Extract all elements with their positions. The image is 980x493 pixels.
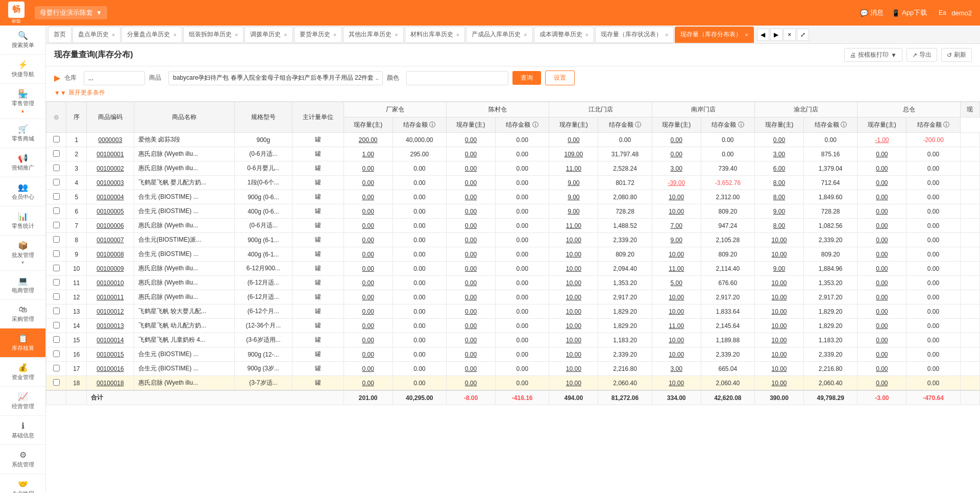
close-icon[interactable]: × [665, 32, 668, 38]
row-nanan-stock[interactable]: 5.00 [652, 276, 701, 290]
row-checkbox[interactable] [53, 308, 60, 314]
user-avatar[interactable]: Ea demo2 [935, 6, 972, 20]
row-jiangbei-stock[interactable]: 10.00 [549, 376, 598, 391]
row-chen-stock[interactable]: 0.00 [447, 276, 496, 290]
row-yubei-stock[interactable]: 3.00 [755, 147, 804, 161]
row-checkbox[interactable] [53, 150, 60, 157]
sidebar-item-basic[interactable]: ℹ 基础信息 [0, 416, 45, 445]
row-select[interactable] [46, 190, 66, 204]
row-code[interactable]: 00100011 [87, 290, 134, 304]
row-jiangbei-stock[interactable]: 9.00 [549, 204, 598, 219]
row-nanan-stock[interactable]: 10.00 [652, 190, 701, 204]
row-select[interactable] [46, 219, 66, 233]
row-total-stock[interactable]: 0.00 [857, 147, 906, 161]
row-nanan-stock[interactable]: 10.00 [652, 347, 701, 362]
gear-icon[interactable]: ⚙ [54, 114, 59, 121]
row-select[interactable] [46, 204, 66, 219]
tab-prev-btn[interactable]: ◀ [757, 29, 769, 41]
row-code[interactable]: 00100004 [87, 190, 134, 204]
row-code[interactable]: 0000003 [87, 133, 134, 147]
sidebar-item-search[interactable]: 🔍 搜索英单 [0, 26, 45, 55]
row-yubei-stock[interactable]: 8.00 [755, 190, 804, 204]
row-jiangbei-stock[interactable]: 10.00 [549, 362, 598, 376]
tab-stock-dist[interactable]: 现存量（库存分布表） × [675, 27, 753, 43]
row-factory-stock[interactable]: 1.00 [344, 147, 393, 161]
row-nanan-stock[interactable]: -39.00 [652, 176, 701, 190]
app-selector[interactable]: 母婴行业演示陈套 ▼ [35, 6, 107, 19]
close-icon[interactable]: × [395, 32, 398, 38]
close-icon[interactable]: × [173, 32, 176, 38]
row-chen-stock[interactable]: 0.00 [447, 233, 496, 247]
row-code[interactable]: 00100013 [87, 319, 134, 333]
row-chen-stock[interactable]: 0.00 [447, 176, 496, 190]
row-chen-stock[interactable]: 0.00 [447, 133, 496, 147]
row-total-stock[interactable]: 0.00 [857, 262, 906, 276]
row-total-stock[interactable]: 0.00 [857, 247, 906, 262]
row-yubei-stock[interactable]: 10.00 [755, 376, 804, 391]
row-code[interactable]: 00100001 [87, 147, 134, 161]
query-btn[interactable]: 查询 [512, 71, 541, 85]
row-select[interactable] [46, 133, 66, 147]
row-select[interactable] [46, 233, 66, 247]
tab-home[interactable]: 首页 [48, 27, 71, 43]
row-chen-stock[interactable]: 0.00 [447, 262, 496, 276]
row-chen-stock[interactable]: 0.00 [447, 204, 496, 219]
row-checkbox[interactable] [53, 207, 60, 214]
row-yubei-stock[interactable]: 0.00 [755, 133, 804, 147]
row-select[interactable] [46, 147, 66, 161]
tab-cost-adjust[interactable]: 成本调整单历史 × [534, 27, 594, 43]
row-yubei-stock[interactable]: 10.00 [755, 290, 804, 304]
row-jiangbei-stock[interactable]: 10.00 [549, 247, 598, 262]
row-chen-stock[interactable]: 0.00 [447, 304, 496, 319]
row-checkbox[interactable] [53, 350, 60, 357]
row-select[interactable] [46, 376, 66, 391]
row-code[interactable]: 00100008 [87, 247, 134, 262]
row-total-stock[interactable]: 0.00 [857, 362, 906, 376]
close-icon[interactable]: × [284, 32, 287, 38]
row-nanan-stock[interactable]: 3.00 [652, 161, 701, 176]
row-nanan-stock[interactable]: 10.00 [652, 204, 701, 219]
row-chen-stock[interactable]: 0.00 [447, 333, 496, 347]
row-jiangbei-stock[interactable]: 9.00 [549, 176, 598, 190]
row-yubei-stock[interactable]: 10.00 [755, 362, 804, 376]
row-nanan-stock[interactable]: 10.00 [652, 304, 701, 319]
row-factory-stock[interactable]: 0.00 [344, 176, 393, 190]
row-factory-stock[interactable]: 0.00 [344, 333, 393, 347]
row-nanan-stock[interactable]: 10.00 [652, 376, 701, 391]
row-checkbox[interactable] [53, 322, 60, 328]
close-icon[interactable]: × [524, 32, 527, 38]
row-factory-stock[interactable]: 0.00 [344, 276, 393, 290]
close-icon[interactable]: × [745, 32, 748, 38]
row-select[interactable] [46, 262, 66, 276]
row-yubei-stock[interactable]: 10.00 [755, 247, 804, 262]
sidebar-item-nav[interactable]: ⚡ 快捷导航 [0, 55, 45, 84]
row-chen-stock[interactable]: 0.00 [447, 161, 496, 176]
row-chen-stock[interactable]: 0.00 [447, 376, 496, 391]
tab-order[interactable]: 要货单历史 × [294, 27, 342, 43]
tab-assembly[interactable]: 组装拆卸单历史 × [183, 27, 243, 43]
row-jiangbei-stock[interactable]: 10.00 [549, 290, 598, 304]
row-total-stock[interactable]: -1.00 [857, 133, 906, 147]
row-jiangbei-stock[interactable]: 10.00 [549, 347, 598, 362]
sidebar-item-mall[interactable]: 🛒 零售商城 [0, 119, 45, 148]
row-code[interactable]: 00100006 [87, 219, 134, 233]
row-nanan-stock[interactable]: 0.00 [652, 133, 701, 147]
export-btn[interactable]: ↗ 导出 [906, 48, 937, 62]
row-code[interactable]: 00100015 [87, 347, 134, 362]
row-select[interactable] [46, 161, 66, 176]
row-total-stock[interactable]: 0.00 [857, 319, 906, 333]
row-select[interactable] [46, 347, 66, 362]
row-jiangbei-stock[interactable]: 10.00 [549, 262, 598, 276]
row-jiangbei-stock[interactable]: 9.00 [549, 190, 598, 204]
row-chen-stock[interactable]: 0.00 [447, 319, 496, 333]
tab-inventory-check[interactable]: 盘点单历史 × [72, 27, 120, 43]
row-code[interactable]: 00100003 [87, 176, 134, 190]
row-code[interactable]: 00100010 [87, 276, 134, 290]
row-nanan-stock[interactable]: 3.00 [652, 362, 701, 376]
warehouse-input[interactable] [84, 71, 145, 85]
row-select[interactable] [46, 304, 66, 319]
close-icon[interactable]: × [112, 32, 115, 38]
row-nanan-stock[interactable]: 9.00 [652, 233, 701, 247]
tab-expand-btn[interactable]: ⤢ [797, 29, 809, 41]
th-gear[interactable]: ⚙ [46, 102, 66, 133]
